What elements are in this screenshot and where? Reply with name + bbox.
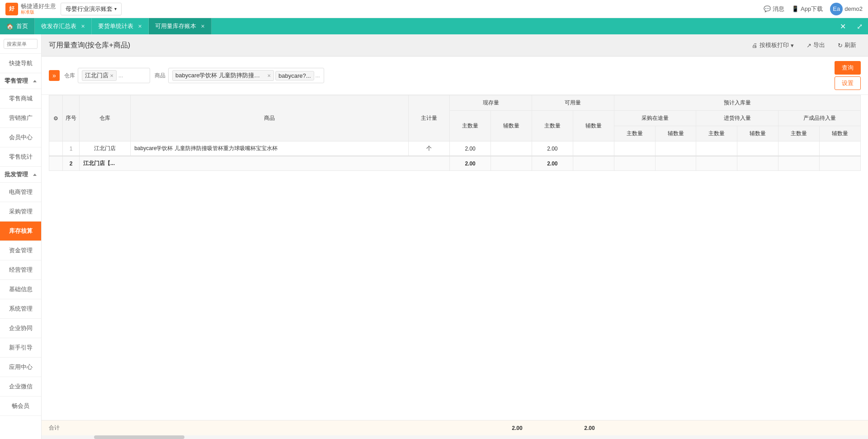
table-footer: 合计 2.00 2.00 [42,420,868,435]
sidebar-item-retail-stats[interactable]: 零售统计 [0,147,41,167]
subtotal-purchase-main [614,156,655,171]
warehouse-more-btn[interactable]: ... [118,72,123,79]
warehouse-input[interactable]: 江北门店 ✕ ... [78,68,150,83]
expand-filter-btn[interactable]: » [49,70,60,81]
tab-maximize-btn[interactable]: ⤢ [851,18,868,34]
inventory-table: ⚙ 序号 仓库 商品 主计量 现存量 可用量 预计入库量 主数量 辅数量 主数量… [49,95,861,171]
product-tag-2: babycare?... [275,71,314,80]
subtotal-stock-sub [491,156,532,171]
export-icon: ↗ [807,42,811,49]
logo-icon: 好 [5,3,18,15]
product-header: 商品 [131,95,409,142]
refresh-btn[interactable]: ↻ 刷新 [833,39,861,52]
warehouse-header: 仓库 [80,95,131,142]
refresh-icon: ↻ [838,42,843,49]
unit-header: 主计量 [409,95,450,142]
warehouse-tag: 江北门店 ✕ [82,70,117,81]
page-header-actions: 🖨 按模板打印 ▾ ↗ 导出 ↻ 刷新 [747,39,861,52]
export-btn[interactable]: ↗ 导出 [802,39,830,52]
subtotal-avail-main: 2.00 [532,156,573,171]
avail-main-header: 主数量 [532,111,573,142]
warehouse-label: 仓库 [64,72,75,80]
tab-close-receipt[interactable]: ✕ [81,24,85,29]
row-avail-sub [573,142,614,156]
subtotal-label: 江北门店【... [80,156,450,171]
product-tag-1-remove[interactable]: ✕ [267,73,271,78]
sidebar-item-inventory-check[interactable]: 库存核算 [0,222,41,241]
horizontal-scrollbar[interactable] [49,435,861,439]
inbound-group-header: 进货待入量 [696,111,778,126]
filter-actions: 查询 设置 [835,61,861,90]
logo-area: 好 畅捷通好生意 标准版 [5,3,56,15]
chevron-down-icon-print: ▾ [791,42,794,49]
sidebar-item-operations[interactable]: 经营管理 [0,260,41,280]
message-icon: 💬 [764,5,771,12]
subtotal-no: 2 [63,156,80,171]
sidebar-item-enterprise-coop[interactable]: 企业协同 [0,319,41,338]
search-input[interactable] [4,39,38,49]
subtotal-inbound-sub [737,156,778,171]
purchase-group-header: 采购在途量 [614,111,696,126]
sidebar-item-enterprise-wechat[interactable]: 企业微信 [0,377,41,397]
collapse-icon [33,80,37,82]
settings-btn[interactable]: 设置 [835,76,861,90]
sidebar-item-retail-mall[interactable]: 零售商城 [0,89,41,109]
product-filter: 商品 babycare学饮杯 儿童防摔防撞吸管杯重力球吸嘴杯宝宝水杯 ✕ bab… [155,68,324,83]
sidebar-item-member[interactable]: 会员中心 [0,128,41,147]
sidebar-item-app-center[interactable]: 应用中心 [0,358,41,377]
content-area: 可用量查询(按仓库+商品) 🖨 按模板打印 ▾ ↗ 导出 ↻ 刷新 » [42,34,868,439]
production-group-header: 产成品待入量 [778,111,861,126]
sidebar: 快捷导航 零售管理 零售商城 营销推广 会员中心 零售统计 批发管理 电商管理 … [0,34,42,439]
purchase-main-header: 主数量 [614,126,655,142]
row-production-main [778,142,820,156]
template-print-btn[interactable]: 🖨 按模板打印 ▾ [747,39,798,52]
sidebar-item-newbie-guide[interactable]: 新手引导 [0,338,41,358]
sidebar-item-finance[interactable]: 资金管理 [0,241,41,260]
product-label: 商品 [155,72,165,80]
row-stock-sub [491,142,532,156]
page-header: 可用量查询(按仓库+商品) 🖨 按模板打印 ▾ ↗ 导出 ↻ 刷新 [42,34,868,57]
tab-inventory[interactable]: 可用量库存账本 ✕ [149,18,212,34]
purchase-sub-header: 辅数量 [655,126,696,142]
sidebar-item-ecommerce[interactable]: 电商管理 [0,183,41,202]
table-row: 1 江北门店 babycare学饮杯 儿童防摔防撞吸管杯重力球吸嘴杯宝宝水杯 个… [49,142,861,156]
scrollbar-thumb[interactable] [94,435,184,439]
sidebar-item-quick-nav[interactable]: 快捷导航 [0,54,41,73]
collapse-icon-2 [33,174,37,176]
sidebar-group-retail[interactable]: 零售管理 [0,73,41,89]
main-layout: 快捷导航 零售管理 零售商城 营销推广 会员中心 零售统计 批发管理 电商管理 … [0,34,868,439]
row-check[interactable] [49,142,63,156]
sidebar-group-wholesale[interactable]: 批发管理 [0,167,41,183]
row-stock-main: 2.00 [450,142,491,156]
inbound-sub-header: 辅数量 [737,126,778,142]
tab-bar-right: ✕ ⤢ [835,18,868,34]
sidebar-search[interactable] [0,34,41,54]
product-input[interactable]: babycare学饮杯 儿童防摔防撞吸管杯重力球吸嘴杯宝宝水杯 ✕ babyca… [168,68,324,83]
sidebar-item-purchase-mgmt[interactable]: 采购管理 [0,202,41,222]
row-purchase-sub [655,142,696,156]
warehouse-tag-remove[interactable]: ✕ [110,73,113,78]
settings-header[interactable]: ⚙ [49,95,63,142]
tab-close-purchase[interactable]: ✕ [138,24,142,29]
tab-close-btn[interactable]: ✕ [835,18,851,34]
message-btn[interactable]: 💬 消息 [764,5,784,13]
user-area[interactable]: Ea demo2 [830,3,863,15]
sidebar-item-system-mgmt[interactable]: 系统管理 [0,299,41,319]
row-no: 1 [63,142,80,156]
top-bar: 好 畅捷通好生意 标准版 母婴行业演示账套 ▾ 💬 消息 📱 App下载 Ea … [0,0,868,18]
product-more-btn[interactable]: ... [316,72,320,79]
sidebar-item-marketing[interactable]: 营销推广 [0,109,41,128]
app-download-btn[interactable]: 📱 App下载 [792,5,823,13]
total-stock-main: 2.00 [499,425,535,431]
tab-receipt[interactable]: 收发存汇总表 ✕ [35,18,92,34]
filter-bar: » 仓库 江北门店 ✕ ... 商品 babycare学饮杯 儿童防摔防撞吸管杯… [42,57,868,95]
product-tag-1: babycare学饮杯 儿童防摔防撞吸管杯重力球吸嘴杯宝宝水杯 ✕ [172,70,274,81]
tab-close-inventory[interactable]: ✕ [201,24,205,29]
tab-home[interactable]: 🏠 首页 [0,18,35,34]
sidebar-item-basic-info[interactable]: 基础信息 [0,280,41,299]
sidebar-item-vip-member[interactable]: 畅会员 [0,397,41,416]
query-btn[interactable]: 查询 [835,61,861,75]
logo-text: 畅捷通好生意 标准版 [21,3,56,15]
industry-selector[interactable]: 母婴行业演示账套 ▾ [61,3,122,15]
tab-purchase[interactable]: 要货单统计表 ✕ [92,18,149,34]
